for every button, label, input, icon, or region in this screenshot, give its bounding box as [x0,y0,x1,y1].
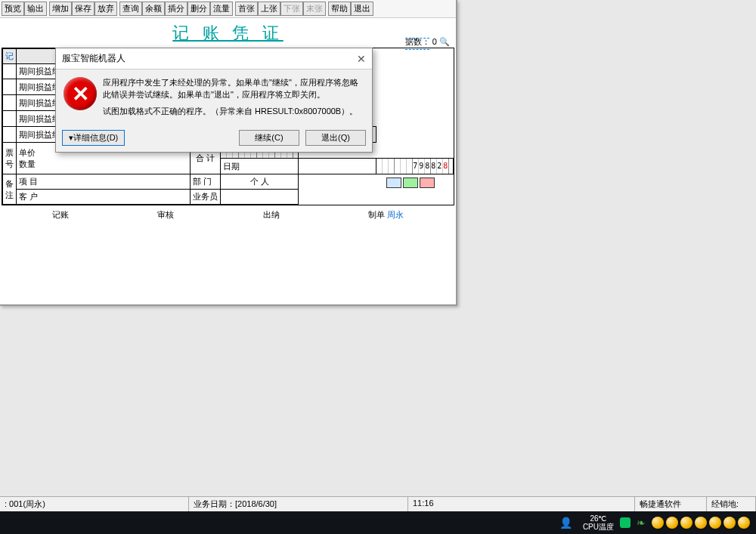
error-dialog: 服宝智能机器人 ✕ ✕ 应用程序中发生了未经处理的异常。如果单击"继续"，应用程… [55,48,373,153]
error-icon: ✕ [64,77,97,110]
toolbar-预览[interactable]: 预览 [2,2,24,16]
toolbar-输出[interactable]: 输出 [24,2,47,16]
leaf-icon[interactable]: ❧ [637,517,646,529]
record-count-row: 据数： 0 🔍 [405,36,450,48]
status-location: 经销地: [707,497,756,511]
remark-label: 备注 [3,174,17,205]
tray-icon[interactable] [652,517,664,529]
signature-row: 记账 审核 出纳 制单 周永 [0,207,456,223]
date-label: 日期 [221,159,299,174]
dept-label: 部 门 [191,174,221,190]
dialog-button-row: ▾详细信息(D) 继续(C) 退出(Q) [56,125,372,152]
project-label: 项 目 [17,174,191,190]
dialog-title-text: 服宝智能机器人 [62,52,125,65]
error-text: 应用程序中发生了未经处理的异常。如果单击"继续"，应用程序将忽略此错误并尝试继续… [103,77,364,122]
tray-icon[interactable] [666,517,678,529]
title-row: 记 账 凭 证 [0,18,456,46]
tray-icon[interactable] [723,517,736,529]
status-time: 11:16 [408,497,635,511]
toolbar-帮助[interactable]: 帮助 [328,2,351,16]
tray-icon[interactable] [738,517,750,529]
toolbar-下张[interactable]: 下张 [280,2,303,16]
sig-maker-label: 制单 [368,210,385,219]
price-label: 单价 [19,148,36,157]
tray-icon[interactable] [680,517,692,529]
customer-label: 客 户 [17,190,191,205]
error-msg-2: 试图加载格式不正确的程序。（异常来自 HRESULT:0x8007000B）。 [103,106,364,118]
status-user: : 001(周永) [0,497,189,511]
toolbar-放弃[interactable]: 放弃 [94,2,117,16]
status-bar: : 001(周永) 业务日期：[2018/6/30] 11:16 畅捷通软件 经… [0,496,756,511]
taskbar-temperature[interactable]: 26℃ CPU温度 [583,514,614,531]
tray-icon[interactable] [695,517,707,529]
sig-auditor: 审核 [157,209,174,221]
details-button[interactable]: ▾详细信息(D) [62,130,125,146]
dialog-titlebar[interactable]: 服宝智能机器人 ✕ [56,48,372,69]
toolbar-上张[interactable]: 上张 [258,2,280,16]
qty-label: 数量 [19,159,36,168]
quit-button[interactable]: 退出(Q) [305,130,366,146]
status-brand: 畅捷通软件 [635,497,707,511]
toolbar-末张[interactable]: 末张 [303,2,326,16]
macro-btn-2[interactable] [403,177,418,188]
voucher-window: 预览输出增加保存放弃查询余额插分删分流量首张上张下张末张帮助退出 记 账 凭 证… [0,0,457,306]
bill-label: 票号 [3,143,17,174]
record-count-label: 据数： [405,37,430,46]
toolbar-删分[interactable]: 删分 [187,2,210,16]
continue-button[interactable]: 继续(C) [239,130,299,146]
macro-btn-3[interactable] [420,177,435,188]
col-mark-head: 记 [3,49,17,64]
taskbar: 👤 26℃ CPU温度 ❧ [0,511,756,534]
toolbar-插分[interactable]: 插分 [165,2,187,16]
wechat-icon[interactable] [620,517,631,528]
biz-label: 业务员 [191,190,221,205]
person-label: 个 人 [221,174,299,190]
toolbar-余额[interactable]: 余额 [142,2,165,16]
toolbar-增加[interactable]: 增加 [49,2,72,16]
tray-icon[interactable] [709,517,721,529]
sig-bookkeeper: 记账 [52,209,69,221]
toolbar-退出[interactable]: 退出 [351,2,373,16]
toolbar: 预览输出增加保存放弃查询余额插分删分流量首张上张下张末张帮助退出 [0,0,456,18]
dialog-close-button[interactable]: ✕ [357,53,366,65]
macro-buttons [386,177,435,188]
status-date: 业务日期：[2018/6/30] [189,497,408,511]
voucher-title: 记 账 凭 证 [172,23,284,42]
zoom-icon[interactable]: 🔍 [439,37,450,46]
sig-maker-name: 周永 [387,210,404,219]
dialog-body: ✕ 应用程序中发生了未经处理的异常。如果单击"继续"，应用程序将忽略此错误并尝试… [56,69,372,125]
record-count: 0 [432,37,437,46]
macro-btn-1[interactable] [386,177,401,188]
toolbar-流量[interactable]: 流量 [210,2,233,16]
total-amount-right: 798828 [376,159,453,174]
toolbar-查询[interactable]: 查询 [119,2,142,16]
taskbar-user-icon[interactable]: 👤 [559,517,572,529]
toolbar-首张[interactable]: 首张 [235,2,258,16]
sig-cashier: 出纳 [263,209,280,221]
tray-icons [652,517,750,529]
toolbar-保存[interactable]: 保存 [72,2,94,16]
error-msg-1: 应用程序中发生了未经处理的异常。如果单击"继续"，应用程序将忽略此错误并尝试继续… [103,77,364,101]
